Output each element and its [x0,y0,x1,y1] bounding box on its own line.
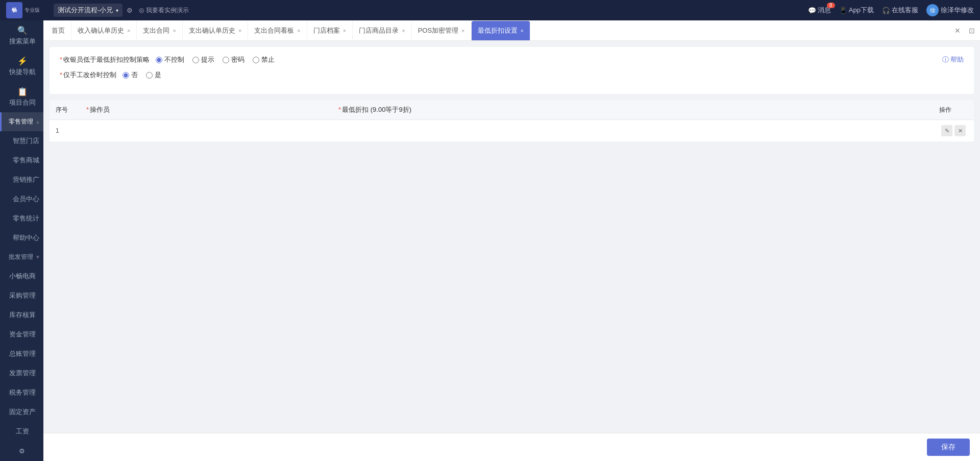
delete-btn[interactable]: ✕ [954,125,966,136]
tab-expand-btn[interactable]: ⊡ [966,26,978,36]
discount-required: * [338,106,341,113]
sidebar-label-purchase: 采购管理 [9,291,36,300]
table-row: 1 ✎ ✕ [50,120,974,142]
radio-forbidden[interactable] [253,57,259,63]
settings-gear-icon: ⚙ [19,447,25,455]
top-bar: 畅 专业版 测试分开流程-小兄 ▾ ⚙ 我要看实例演示 💬 消息 8 📱 App… [0,0,980,20]
download-icon: 📱 [839,7,847,14]
sidebar-label-finance: 资金管理 [9,330,36,339]
tab-actions: ✕ ⊡ [951,26,978,36]
app-download-label: App下载 [849,6,874,15]
sidebar-item-project[interactable]: 📋 项目合同 [0,82,43,112]
option-no-control[interactable]: 不控制 [156,55,184,64]
help-button[interactable]: ⓘ 帮助 [942,55,964,64]
tab-store-products-label: 门店商品目录 [359,26,399,35]
shortcut-icon: ⚡ [17,56,28,66]
control-policy-options: 不控制 提示 密码 禁止 [156,55,275,64]
sidebar-item-smart-store[interactable]: 智慧门店 [0,131,43,151]
app-download-btn[interactable]: 📱 App下载 [839,6,874,15]
messages-btn[interactable]: 💬 消息 8 [808,6,831,15]
col-header-seq: 序号 [50,100,80,120]
user-menu[interactable]: 徐 徐泽华修改 [926,4,974,16]
sidebar-item-tax[interactable]: 税务管理 [0,383,43,402]
radio-no[interactable] [122,72,129,79]
sidebar-item-fixed-assets[interactable]: 固定资产 [0,402,43,422]
sidebar-item-ecommerce[interactable]: 小畅电商 [0,266,43,286]
tab-min-discount[interactable]: 最低折扣设置 × [472,21,530,40]
sidebar-item-inventory[interactable]: 库存核算 [0,305,43,325]
demo-link[interactable]: 我要看实例演示 [139,6,189,15]
option-password[interactable]: 密码 [223,55,244,64]
tab-store-profile-close[interactable]: × [343,28,346,34]
sidebar-item-finance[interactable]: 资金管理 [0,325,43,344]
sidebar-item-help[interactable]: 帮助中心 [0,228,43,248]
option-forbidden[interactable]: 禁止 [253,55,275,64]
option-no-label: 否 [131,70,138,80]
support-icon: 🎧 [882,7,890,14]
tab-payment-confirm[interactable]: 支出确认单历史 × [183,21,248,40]
sidebar-item-search[interactable]: 🔍 搜索菜单 [0,20,43,51]
save-button[interactable]: 保存 [927,439,970,456]
col-header-discount: *最低折扣 (9.00等于9折) [332,100,933,120]
sidebar-settings-btn[interactable]: ⚙ [0,441,43,461]
tab-payment-board[interactable]: 支出合同看板 × [248,21,307,40]
sidebar: 🔍 搜索菜单 ⚡ 快捷导航 📋 项目合同 零售管理 ▲ 智慧门店 零售商城 营销… [0,20,43,461]
tab-close-btn[interactable]: ✕ [951,26,964,36]
option-yes[interactable]: 是 [146,70,161,80]
sidebar-item-invoice[interactable]: 发票管理 [0,363,43,383]
tab-store-products[interactable]: 门店商品目录 × [353,21,411,40]
option-remind[interactable]: 提示 [192,55,214,64]
control-policy-label: *收银员低于最低折扣控制策略 [60,55,150,64]
sidebar-item-payroll[interactable]: 工资 [0,422,43,441]
dropdown-arrow-icon: ▾ [116,8,118,13]
sidebar-item-purchase[interactable]: 采购管理 [0,286,43,305]
col-header-operator: *操作员 [80,100,332,120]
required-marker: * [60,56,62,63]
radio-password[interactable] [223,57,229,63]
radio-remind[interactable] [192,57,199,63]
sidebar-item-shortcut[interactable]: ⚡ 快捷导航 [0,51,43,82]
project-name: 测试分开流程-小兄 [58,6,113,15]
sidebar-label-marketing: 营销推广 [13,175,39,184]
tab-payment-contract-label: 支出合同 [143,26,169,35]
tab-min-discount-label: 最低折扣设置 [478,26,518,35]
sidebar-item-online-store[interactable]: 零售商城 [0,151,43,170]
sidebar-item-wholesale[interactable]: 批发管理 ▼ [0,248,43,266]
radio-no-control[interactable] [156,57,162,63]
tab-payment-confirm-close[interactable]: × [238,28,241,34]
tab-income-confirm[interactable]: 收入确认单历史 × [71,21,137,40]
sidebar-label-invoice: 发票管理 [9,369,36,378]
project-selector[interactable]: 测试分开流程-小兄 ▾ [54,4,122,17]
cell-seq: 1 [50,120,80,142]
tab-store-profile[interactable]: 门店档案 × [307,21,353,40]
sidebar-item-accounting[interactable]: 总账管理 [0,344,43,363]
radio-yes[interactable] [146,72,153,79]
sidebar-item-member[interactable]: 会员中心 [0,189,43,209]
tab-payment-contract-close[interactable]: × [173,28,176,34]
sidebar-label-retail: 零售管理 [9,117,33,126]
tab-payment-contract[interactable]: 支出合同 × [137,21,182,40]
tab-min-discount-close[interactable]: × [521,28,524,34]
tab-pos-password[interactable]: POS加密管理 × [412,21,472,40]
settings-icon[interactable]: ⚙ [127,7,133,14]
avatar: 徐 [926,4,939,16]
tab-home[interactable]: 首页 [45,21,71,40]
tab-payment-board-close[interactable]: × [297,28,300,34]
chevron-down-icon: ▼ [35,254,40,260]
search-icon: 🔍 [17,26,28,35]
sidebar-item-marketing[interactable]: 营销推广 [0,170,43,189]
content-area: 首页 收入确认单历史 × 支出合同 × 支出确认单历史 × 支出合同看板 × 门… [43,20,980,461]
edit-btn[interactable]: ✎ [941,125,952,136]
online-support-btn[interactable]: 🎧 在线客服 [882,6,918,15]
sidebar-label-shortcut: 快捷导航 [9,67,36,77]
tab-pos-password-close[interactable]: × [461,28,464,34]
sidebar-label-help: 帮助中心 [13,233,39,242]
sidebar-label-ecommerce: 小畅电商 [9,272,36,281]
option-forbidden-label: 禁止 [261,55,275,64]
sidebar-item-retail-stats[interactable]: 零售统计 [0,209,43,228]
sidebar-item-retail[interactable]: 零售管理 ▲ [0,112,43,131]
tab-income-confirm-close[interactable]: × [127,28,130,34]
col-header-action: 操作 [933,100,974,120]
tab-store-products-close[interactable]: × [402,28,405,34]
option-no[interactable]: 否 [122,70,138,80]
